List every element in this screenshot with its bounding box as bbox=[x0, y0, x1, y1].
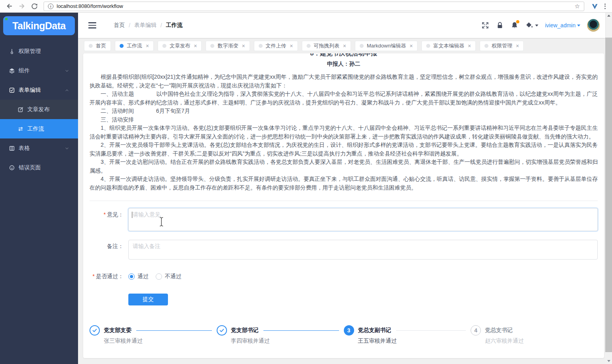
submit-button[interactable]: 提交 bbox=[128, 294, 168, 305]
notification-badge bbox=[516, 20, 519, 23]
tab-number-gradient[interactable]: 数字渐变× bbox=[206, 41, 250, 51]
layers-icon bbox=[9, 68, 15, 74]
approval-form: *意见： 备注： *是否通过： bbox=[90, 208, 598, 305]
note-field bbox=[128, 240, 598, 260]
breadcrumb-form-edit[interactable]: 表单编辑 bbox=[134, 22, 156, 29]
sidebar-item-form-edit[interactable]: 表单编辑 bbox=[0, 80, 78, 100]
browser-forward-button[interactable] bbox=[17, 1, 27, 11]
breadcrumb-home[interactable]: 首页 bbox=[114, 22, 125, 29]
sidebar-subitem-workflow[interactable]: 工作流 bbox=[0, 119, 78, 138]
paragraph: 3、开展一次走访慰问活动。结合正在开展的群众路线教育实践活动，各党总支部负责人要… bbox=[90, 158, 598, 175]
step-check-icon bbox=[90, 325, 100, 336]
notifications-button[interactable] bbox=[511, 21, 519, 29]
tab-dot-icon bbox=[162, 44, 166, 48]
bookmark-star-icon[interactable]: ☆ bbox=[575, 3, 580, 10]
triangle-down-icon bbox=[607, 360, 610, 362]
avatar[interactable] bbox=[587, 19, 600, 32]
tab-workflow[interactable]: 工作流× bbox=[115, 41, 154, 51]
close-icon[interactable]: × bbox=[343, 43, 346, 49]
tab-permission-management[interactable]: 权限管理× bbox=[480, 41, 524, 51]
scrollbar-thumb[interactable] bbox=[605, 38, 612, 352]
breadcrumb-separator: / bbox=[160, 22, 162, 28]
sidebar-item-permission[interactable]: 权限管理 bbox=[0, 42, 78, 61]
step-1: 党支部支委 张三审核并通过 bbox=[90, 325, 217, 345]
lock-icon bbox=[496, 21, 504, 29]
tab-dot-icon bbox=[259, 44, 263, 48]
lock-button[interactable] bbox=[496, 21, 504, 29]
radio-pass[interactable]: 通过 bbox=[128, 273, 149, 280]
close-icon[interactable]: × bbox=[194, 43, 197, 49]
sidebar-item-error-pages[interactable]: 错误页面 bbox=[0, 158, 78, 177]
tab-home[interactable]: 首页 bbox=[84, 41, 111, 51]
required-mark: * bbox=[93, 273, 95, 279]
tab-markdown-editor[interactable]: Markdown编辑器× bbox=[355, 41, 418, 51]
page-info-icon[interactable]: i bbox=[48, 4, 53, 9]
tab-file-upload[interactable]: 文件上传× bbox=[254, 41, 298, 51]
step-check-icon bbox=[217, 325, 227, 336]
opinion-row: *意见： bbox=[90, 208, 598, 231]
step-number-icon: 4 bbox=[471, 325, 481, 336]
close-icon[interactable]: × bbox=[290, 43, 293, 49]
opinion-textarea[interactable] bbox=[128, 208, 598, 231]
close-icon[interactable]: × bbox=[146, 43, 149, 49]
swap-icon bbox=[17, 126, 24, 132]
document-title: 8：建党节庆祝活动申报 bbox=[90, 53, 598, 58]
compose-icon bbox=[17, 106, 24, 113]
tab-article-publish[interactable]: 文章发布× bbox=[158, 41, 202, 51]
browser-back-button[interactable] bbox=[4, 1, 14, 11]
close-icon[interactable]: × bbox=[516, 43, 519, 49]
chevron-down-icon bbox=[577, 25, 580, 27]
step-number-icon: 3 bbox=[344, 325, 354, 336]
table-icon bbox=[9, 145, 15, 152]
note-row: 备注： bbox=[90, 240, 598, 260]
workflow-card: 8：建党节庆祝活动申报 申报人：孙二 根据县委组织部(组织[20xx]21)文件… bbox=[83, 53, 604, 358]
radio-circle-icon bbox=[156, 273, 162, 280]
tab-rich-text-editor[interactable]: 富文本编辑器× bbox=[421, 41, 476, 51]
chevron-down-icon bbox=[65, 146, 69, 151]
opinion-label: *意见： bbox=[90, 208, 128, 231]
fullscreen-button[interactable] bbox=[481, 21, 489, 29]
tab-dot-icon bbox=[307, 44, 311, 48]
username-text: iview_admin bbox=[545, 22, 576, 28]
browser-reload-button[interactable] bbox=[29, 1, 40, 11]
sidebar-subitem-article-publish[interactable]: 文章发布 bbox=[0, 100, 78, 119]
paragraph: 根据县委组织部(组织[20xx]21)文件通知精神，为纪念中国共产党建党xx周年… bbox=[90, 73, 598, 90]
section-divider bbox=[90, 201, 598, 201]
talkingdata-logo: TalkingData bbox=[3, 16, 75, 35]
app-window: TalkingData 权限管理 组件 表单编辑 文章发布 bbox=[0, 13, 605, 364]
radio-fail[interactable]: 不通过 bbox=[156, 273, 181, 280]
paragraph: 一、活动主题 以中国特色社会主义理论为指导，深入贯彻落实党的十八大、十八届四中全… bbox=[90, 90, 598, 107]
paragraph: 三、活动安排 bbox=[90, 116, 598, 124]
step-3: 3 党总支副书记 王五审核并通过 bbox=[344, 325, 471, 345]
text-caret bbox=[132, 212, 132, 218]
close-icon[interactable]: × bbox=[242, 43, 245, 49]
theme-switch-button[interactable] bbox=[525, 21, 538, 29]
sidebar-item-tables[interactable]: 表格 bbox=[0, 138, 78, 158]
url-text[interactable]: localhost:8080/form/workflow bbox=[57, 3, 575, 9]
step-2: 党支部书记 李四审核并通过 bbox=[217, 325, 344, 345]
logo-text: TalkingData bbox=[12, 20, 65, 32]
tab-dot-icon bbox=[89, 44, 93, 48]
triangle-up-icon bbox=[607, 15, 610, 17]
document-body: 根据县委组织部(组织[20xx]21)文件通知精神，为纪念中国共产党建党xx周年… bbox=[90, 73, 598, 192]
breadcrumb-current: 工作流 bbox=[166, 22, 183, 29]
tab-draggable-list[interactable]: 可拖拽列表× bbox=[302, 41, 351, 51]
applicant-line: 申报人：孙二 bbox=[90, 61, 598, 68]
user-menu[interactable]: iview_admin bbox=[545, 22, 580, 28]
back-arrow-icon bbox=[6, 2, 13, 10]
step-connector bbox=[263, 330, 339, 331]
sidebar-collapse-button[interactable] bbox=[86, 20, 99, 31]
page-scrollbar[interactable] bbox=[605, 13, 612, 364]
scroll-up-button[interactable] bbox=[605, 13, 612, 19]
sidebar-item-components[interactable]: 组件 bbox=[0, 61, 78, 80]
approval-steps: 党支部支委 张三审核并通过 党支部书记 李四审 bbox=[90, 325, 598, 345]
ibeam-cursor-icon bbox=[159, 217, 164, 227]
logo-container[interactable]: TalkingData bbox=[0, 13, 78, 39]
note-textarea[interactable] bbox=[128, 240, 598, 260]
close-icon[interactable]: × bbox=[410, 43, 413, 49]
url-bar[interactable]: i localhost:8080/form/workflow ☆ bbox=[44, 2, 584, 11]
close-icon[interactable]: × bbox=[468, 43, 471, 49]
scroll-down-button[interactable] bbox=[605, 358, 612, 364]
browser-extension-button[interactable] bbox=[591, 3, 598, 9]
browser-menu-button[interactable] bbox=[602, 2, 608, 11]
